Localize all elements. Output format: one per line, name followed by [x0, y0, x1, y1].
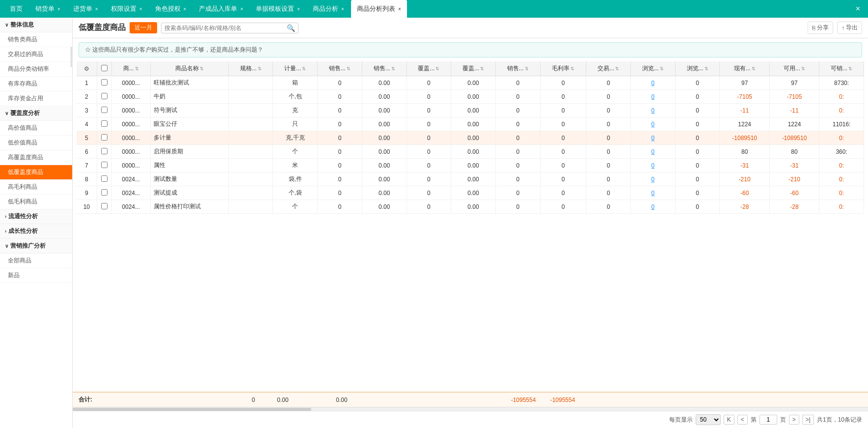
sidebar-section-flow[interactable]: › 流通性分析 [0, 209, 72, 224]
col-sales2[interactable]: 销售...⇅ [362, 61, 407, 76]
nav-tab-sales[interactable]: 销货单 × [29, 0, 66, 18]
row-browse1[interactable]: 0 [631, 172, 676, 186]
sidebar-section-overall[interactable]: ∨ 整体信息 [0, 18, 72, 32]
nav-tab-product[interactable]: 产成品入库单 × [193, 0, 249, 18]
sidebar-section-marketing[interactable]: ∨ 营销推广分析 [0, 239, 72, 254]
select-all-checkbox[interactable] [101, 65, 108, 71]
sidebar-item-new-goods[interactable]: 新品 [0, 268, 72, 283]
table-row: 4 0000... 眼宝公仔 只 0 0.00 0 0.00 0 0 0 0 0… [77, 117, 864, 131]
col-sales1[interactable]: 销售...⇅ [318, 61, 362, 76]
sidebar-item-sales-goods[interactable]: 销售类商品 [0, 32, 72, 47]
sidebar-item-all-goods[interactable]: 全部商品 [0, 254, 72, 268]
col-cover1[interactable]: 覆盖...⇅ [407, 61, 451, 76]
col-current[interactable]: 现有...⇅ [720, 61, 769, 76]
nav-tab-template[interactable]: 单据模板设置 × [250, 0, 306, 18]
sidebar-section-growth[interactable]: › 成长性分析 [0, 224, 72, 239]
last-page-button[interactable]: >| [802, 415, 814, 425]
close-icon[interactable]: × [297, 6, 300, 12]
sidebar-collapse-button[interactable]: « [71, 47, 73, 67]
row-sales2: 0.00 [362, 104, 407, 117]
search-input[interactable] [164, 25, 287, 31]
row-browse1[interactable]: 0 [631, 186, 676, 200]
prev-page-button[interactable]: < [737, 415, 748, 425]
col-available[interactable]: 可用...⇅ [769, 61, 819, 76]
row-browse1[interactable]: 0 [631, 159, 676, 172]
row-checkbox[interactable] [101, 203, 108, 209]
row-cover1: 0 [407, 131, 451, 145]
row-browse1[interactable]: 0 [631, 200, 676, 214]
row-checkbox[interactable] [101, 120, 108, 127]
row-sales2: 0.00 [362, 172, 407, 186]
sidebar-item-sales-rate[interactable]: 商品分类动销率 [0, 62, 72, 77]
nav-tab-home[interactable]: 首页 [4, 0, 28, 18]
row-browse1[interactable]: 0 [631, 76, 676, 90]
sidebar-item-high-coverage[interactable]: 高覆盖度商品 [0, 150, 72, 165]
col-spec[interactable]: 规格...⇅ [228, 61, 273, 76]
sidebar-item-low-value[interactable]: 低价值商品 [0, 136, 72, 150]
close-icon[interactable]: × [95, 6, 98, 12]
sidebar-item-high-value[interactable]: 高价值商品 [0, 121, 72, 136]
nav-tab-role[interactable]: 角色授权 × [149, 0, 192, 18]
row-browse1[interactable]: 0 [631, 104, 676, 117]
row-browse1[interactable]: 0 [631, 131, 676, 145]
row-browse1[interactable]: 0 [631, 117, 676, 131]
first-page-button[interactable]: K [724, 415, 734, 425]
row-sales2: 0.00 [362, 186, 407, 200]
close-icon[interactable]: × [240, 6, 243, 12]
col-settings[interactable]: ⚙ [77, 61, 97, 76]
date-filter-button[interactable]: 近一月 [130, 22, 157, 33]
row-checkbox[interactable] [101, 79, 108, 86]
sidebar-item-traded-goods[interactable]: 交易过的商品 [0, 47, 72, 62]
col-gross[interactable]: 毛利率⇅ [540, 61, 586, 76]
nav-tab-permission[interactable]: 权限设置 × [105, 0, 148, 18]
page-number-input[interactable] [760, 415, 777, 425]
scroll-thumb[interactable] [73, 408, 311, 411]
col-trans[interactable]: 交易...⇅ [586, 61, 631, 76]
page-size-select[interactable]: 50 20 100 [696, 414, 721, 425]
close-icon[interactable]: × [184, 6, 187, 12]
row-browse1[interactable]: 0 [631, 145, 676, 159]
close-icon[interactable]: × [398, 6, 401, 12]
col-browse1[interactable]: 浏览...⇅ [631, 61, 676, 76]
row-checkbox[interactable] [101, 134, 108, 141]
row-checkbox[interactable] [101, 107, 108, 113]
row-sales3: 0 [495, 131, 540, 145]
horizontal-scrollbar[interactable] [73, 407, 868, 411]
nav-tab-analysis-list[interactable]: 商品分析列表 × [351, 0, 407, 18]
row-checkbox[interactable] [101, 93, 108, 99]
row-browse1[interactable]: 0 [631, 90, 676, 104]
settings-icon[interactable]: ⚙ [84, 65, 89, 72]
close-all-button[interactable]: × [852, 4, 864, 13]
total-available: -1095554 [543, 397, 582, 403]
export-button[interactable]: ↑ 导出 [837, 22, 862, 34]
col-cover2[interactable]: 覆盖...⇅ [451, 61, 496, 76]
row-cover1: 0 [407, 145, 451, 159]
nav-tab-purchase[interactable]: 进货单 × [67, 0, 104, 18]
row-checkbox[interactable] [101, 162, 108, 168]
row-checkbox[interactable] [101, 175, 108, 182]
row-checkbox[interactable] [101, 148, 108, 154]
share-button[interactable]: ⎘ 分享 [808, 22, 833, 34]
sidebar-item-stock-capital[interactable]: 库存资金占用 [0, 91, 72, 106]
sidebar-item-low-profit[interactable]: 低毛利商品 [0, 195, 72, 209]
sidebar-item-with-stock[interactable]: 有库存商品 [0, 77, 72, 91]
close-icon[interactable]: × [57, 6, 60, 12]
col-sales3[interactable]: 销售...⇅ [495, 61, 540, 76]
row-checkbox[interactable] [101, 189, 108, 196]
col-browse2[interactable]: 浏览...⇅ [675, 61, 720, 76]
nav-tab-analysis[interactable]: 商品分析 × [307, 0, 350, 18]
close-icon[interactable]: × [341, 6, 344, 12]
close-icon[interactable]: × [139, 6, 142, 12]
col-unit[interactable]: 计量...⇅ [273, 61, 318, 76]
table-row: 5 0000... 多计量 克,千克 0 0.00 0 0.00 0 0 0 0… [77, 131, 864, 145]
sidebar-item-high-profit[interactable]: 高毛利商品 [0, 180, 72, 195]
row-num: 3 [77, 104, 97, 117]
col-sellable[interactable]: 可销...⇅ [819, 61, 864, 76]
col-name[interactable]: 商品名称⇅ [150, 61, 228, 76]
sidebar-section-coverage[interactable]: ∨ 覆盖度分析 [0, 106, 72, 121]
row-spec [228, 200, 273, 214]
sidebar-item-low-coverage[interactable]: 低覆盖度商品 [0, 165, 72, 180]
search-icon[interactable]: 🔍 [287, 24, 295, 32]
next-page-button[interactable]: > [789, 415, 799, 425]
col-code[interactable]: 商...⇅ [111, 61, 150, 76]
